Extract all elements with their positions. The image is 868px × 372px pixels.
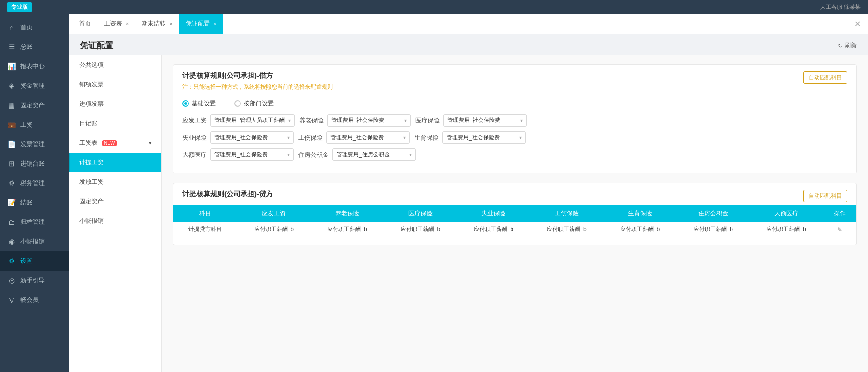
select-unemployment-value: 管理费用_社会保险费 — [214, 134, 268, 141]
brand-label: 专业版 — [7, 2, 32, 12]
sidebar-item-invoice[interactable]: 📄 发票管理 — [0, 135, 69, 154]
nav-item-wages-payment[interactable]: 发放工资 — [69, 172, 161, 192]
select-maternity[interactable]: 管理费用_社会保险费 ▾ — [442, 131, 526, 144]
sidebar-label-inventory: 进销台账 — [20, 160, 45, 168]
vip-icon: V — [7, 296, 16, 304]
select-unemployment[interactable]: 管理费用_社会保险费 ▾ — [210, 131, 294, 144]
th-housing: 住房公积金 — [676, 205, 750, 222]
radio-basic-setup[interactable]: 基础设置 — [182, 99, 216, 108]
close-panel-button[interactable]: ✕ — [851, 19, 864, 28]
nav-label-journal: 日记账 — [79, 119, 97, 128]
chevron-down-housing: ▾ — [409, 152, 412, 157]
table-row: 计提贷方科目 应付职工薪酬_b 应付职工薪酬_b 应付职工薪酬_b 应付职工薪酬… — [173, 222, 856, 237]
auto-match-credit-button[interactable]: 自动匹配科目 — [803, 190, 847, 202]
select-housing-fund-value: 管理费用_住房公积金 — [337, 151, 390, 159]
sidebar-item-tax[interactable]: ⚙ 税务管理 — [0, 173, 69, 193]
ledger-icon: ☰ — [7, 43, 16, 51]
sidebar-item-fixed-assets[interactable]: ▦ 固定资产 — [0, 96, 69, 115]
nav-item-payroll-table[interactable]: 工资表 NEW ▾ — [69, 133, 161, 153]
sidebar-label-settings: 设置 — [20, 257, 32, 265]
tab-payroll-table-label: 工资表 — [104, 19, 122, 28]
sidebar-item-funds[interactable]: ◈ 资金管理 — [0, 76, 69, 96]
page-header: 凭证配置 ↻ 刷新 — [69, 34, 868, 55]
select-injury-value: 管理费用_社会保险费 — [330, 134, 384, 141]
nav-label-purchase: 进项发票 — [79, 100, 104, 108]
tab-voucher-label: 凭证配置 — [186, 19, 210, 28]
edit-icon[interactable]: ✎ — [837, 226, 842, 233]
select-salary[interactable]: 管理费用_管理人员职工薪酬 ▾ — [210, 114, 295, 127]
td-medical: 应付职工薪酬_b — [384, 222, 457, 237]
refresh-label: 刷新 — [845, 41, 857, 50]
tab-payroll-table[interactable]: 工资表 × — [97, 14, 135, 34]
nav-item-public-options[interactable]: 公共选项 — [69, 55, 161, 75]
radio-dept-label: 按部门设置 — [244, 99, 274, 108]
nav-item-expense-nav[interactable]: 小畅报销 — [69, 211, 161, 231]
sidebar-label-closing: 结账 — [20, 199, 32, 207]
sidebar: ⌂ 首页 ☰ 总账 📊 报表中心 ◈ 资金管理 ▦ 固定资产 💼 工资 📄 发票… — [0, 14, 69, 372]
label-injury: 工伤保险 — [298, 134, 323, 142]
sidebar-item-archive[interactable]: 🗂 归档管理 — [0, 212, 69, 232]
label-housing-fund: 住房公积金 — [298, 151, 329, 159]
td-edit[interactable]: ✎ — [823, 222, 856, 237]
auto-match-debit-button[interactable]: 自动匹配科目 — [803, 71, 847, 84]
sidebar-item-vip[interactable]: V 畅会员 — [0, 290, 69, 310]
tab-period-close[interactable]: × — [169, 21, 172, 26]
sidebar-item-payroll[interactable]: 💼 工资 — [0, 115, 69, 135]
field-major-medical: 大额医疗 管理费用_社会保险费 ▾ — [182, 148, 294, 161]
tab-home[interactable]: 首页 — [72, 14, 97, 34]
sidebar-label-vip: 畅会员 — [20, 296, 39, 304]
select-pension[interactable]: 管理费用_社会保险费 ▾ — [327, 114, 411, 127]
nav-item-accrued-wages[interactable]: 计提工资 — [69, 153, 161, 172]
select-housing-fund[interactable]: 管理费用_住房公积金 ▾ — [332, 148, 416, 161]
select-injury[interactable]: 管理费用_社会保险费 ▾ — [326, 131, 410, 144]
section-credit-title: 计提核算规则(公司承担)-贷方 — [182, 190, 794, 199]
radio-dept-dot — [234, 100, 241, 107]
nav-label-sales: 销项发票 — [79, 80, 104, 89]
form-row-1: 应发工资 管理费用_管理人员职工薪酬 ▾ 养老保险 管理费用_社会保险费 — [182, 114, 847, 127]
form-row-2: 失业保险 管理费用_社会保险费 ▾ 工伤保险 管理费用_社会保险费 — [182, 131, 847, 144]
funds-icon: ◈ — [7, 82, 16, 90]
nav-item-journal[interactable]: 日记账 — [69, 114, 161, 133]
chevron-down-unemployment: ▾ — [287, 135, 290, 140]
credit-table: 科目 应发工资 养老保险 医疗保险 失业保险 工伤保险 生育保险 住房公积金 大… — [173, 205, 856, 237]
td-pension: 应付职工薪酬_b — [311, 222, 384, 237]
sidebar-item-closing[interactable]: 📝 结账 — [0, 193, 69, 212]
settings-icon: ⚙ — [7, 257, 16, 265]
radio-department-setup[interactable]: 按部门设置 — [234, 99, 274, 108]
radio-basic-label: 基础设置 — [192, 99, 216, 108]
home-icon: ⌂ — [7, 24, 16, 32]
nav-label-expense: 小畅报销 — [79, 217, 104, 225]
sidebar-item-home[interactable]: ⌂ 首页 — [0, 18, 69, 37]
nav-label-wages-payment: 发放工资 — [79, 178, 104, 186]
nav-item-sales-invoice[interactable]: 销项发票 — [69, 75, 161, 94]
sidebar-item-inventory[interactable]: ⊞ 进销台账 — [0, 154, 69, 173]
select-major-medical[interactable]: 管理费用_社会保险费 ▾ — [210, 148, 294, 161]
sidebar-item-settings[interactable]: ⚙ 设置 — [0, 251, 69, 271]
select-medical-value: 管理费用_社会保险费 — [447, 116, 501, 124]
sidebar-item-expense[interactable]: ◉ 小畅报销 — [0, 232, 69, 251]
sidebar-item-guide[interactable]: ◎ 新手引导 — [0, 271, 69, 290]
refresh-button[interactable]: ↻ 刷新 — [838, 41, 857, 50]
tabs-bar: 首页 工资表 × 期末结转 × 凭证配置 × ✕ — [69, 14, 868, 34]
label-medical: 医疗保险 — [415, 116, 440, 125]
tab-voucher-close[interactable]: × — [214, 21, 216, 26]
field-housing-fund: 住房公积金 管理费用_住房公积金 ▾ — [298, 148, 416, 161]
tab-period-carry-forward[interactable]: 期末结转 × — [135, 14, 179, 34]
sidebar-label-reports: 报表中心 — [20, 62, 45, 71]
td-injury: 应付职工薪酬_b — [530, 222, 603, 237]
new-badge: NEW — [102, 140, 117, 146]
nav-item-purchase-invoice[interactable]: 进项发票 — [69, 94, 161, 114]
label-major-medical: 大额医疗 — [182, 151, 207, 159]
sidebar-item-reports[interactable]: 📊 报表中心 — [0, 57, 69, 76]
select-medical[interactable]: 管理费用_社会保险费 ▾ — [443, 114, 527, 127]
nav-item-fixed-assets-nav[interactable]: 固定资产 — [69, 192, 161, 211]
sidebar-item-general-ledger[interactable]: ☰ 总账 — [0, 37, 69, 57]
tab-payroll-table-close[interactable]: × — [126, 21, 129, 26]
field-pension: 养老保险 管理费用_社会保险费 ▾ — [299, 114, 411, 127]
td-unemployment: 应付职工薪酬_b — [457, 222, 530, 237]
chart-icon: 📊 — [7, 62, 16, 71]
top-bar-right: 人工客服 徐某某 — [820, 3, 861, 11]
tab-voucher-config[interactable]: 凭证配置 × — [179, 14, 223, 34]
select-maternity-value: 管理费用_社会保险费 — [447, 134, 500, 141]
sidebar-label-general-ledger: 总账 — [20, 43, 32, 51]
